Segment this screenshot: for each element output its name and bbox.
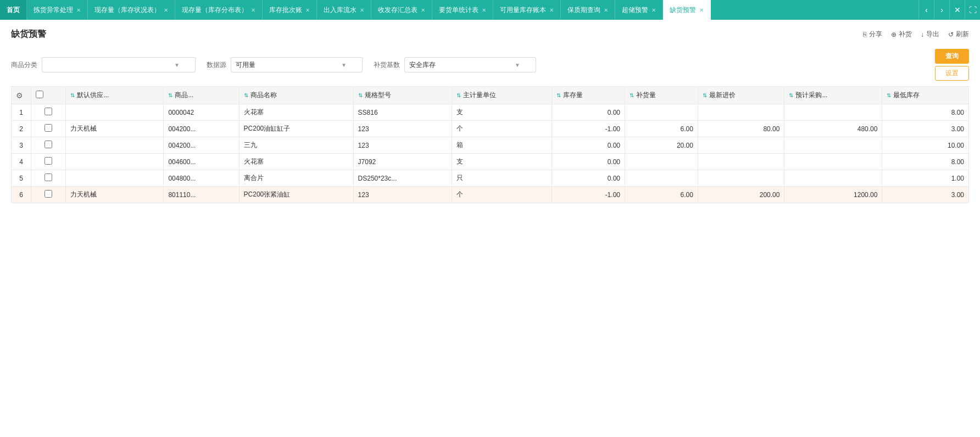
datasource-label: 数据源 <box>207 60 226 70</box>
close-icon[interactable]: ✕ <box>482 7 486 13</box>
row-est-purchase: 1200.00 <box>784 187 882 203</box>
table-header-row: ⚙ ⇅ 默认供应... ⇅ 商品... <box>12 87 969 104</box>
row-supplier <box>66 104 164 121</box>
close-icon[interactable]: ✕ <box>604 7 608 13</box>
row-spec: J7092 <box>353 154 452 170</box>
chevron-down-icon: ▼ <box>515 62 520 68</box>
row-spec: 123 <box>353 121 452 137</box>
chevron-down-icon: ▼ <box>341 62 347 68</box>
row-spec: SS816 <box>353 104 452 121</box>
th-spec: ⇅ 规格型号 <box>353 87 452 104</box>
row-unit: 箱 <box>452 137 552 154</box>
row-stock: 0.00 <box>552 170 625 187</box>
select-all-checkbox[interactable] <box>36 91 43 98</box>
close-icon[interactable]: ✕ <box>76 7 81 13</box>
tab-close-button[interactable]: ✕ <box>949 0 965 20</box>
row-checkbox[interactable] <box>44 141 52 148</box>
sort-icon: ⇅ <box>630 92 634 98</box>
row-latest-price: 80.00 <box>698 121 784 137</box>
replenish-base-filter-group: 补货基数 安全库存 ▼ <box>374 57 536 72</box>
row-min-stock: 8.00 <box>882 104 969 121</box>
datasource-select[interactable]: 可用量 ▼ <box>231 57 363 72</box>
row-goods-code: 004800... <box>164 170 239 187</box>
row-no: 4 <box>12 154 31 170</box>
row-unit: 个 <box>452 121 552 137</box>
row-checkbox[interactable] <box>44 190 52 198</box>
tab-quehuo[interactable]: 缺货预警 ✕ <box>663 0 711 20</box>
tab-prev-button[interactable]: ‹ <box>918 0 934 20</box>
category-filter-group: 商品分类 ▼ <box>11 57 196 72</box>
row-est-purchase <box>784 104 882 121</box>
close-icon[interactable]: ✕ <box>549 7 554 13</box>
share-icon: ⎘ <box>863 31 867 38</box>
close-icon[interactable]: ✕ <box>305 7 310 13</box>
category-select[interactable]: ▼ <box>42 57 196 72</box>
row-replenish <box>625 104 698 121</box>
th-min-stock: ⇅ 最低库存 <box>882 87 969 104</box>
row-unit: 只 <box>452 170 552 187</box>
row-goods-name: 离合片 <box>239 170 353 187</box>
row-supplier <box>66 154 164 170</box>
th-goods-code: ⇅ 商品... <box>164 87 239 104</box>
row-checkbox[interactable] <box>44 124 52 132</box>
close-icon[interactable]: ✕ <box>421 7 425 13</box>
row-spec: DS250*23c... <box>353 170 452 187</box>
category-label: 商品分类 <box>11 60 37 70</box>
row-no: 5 <box>12 170 31 187</box>
row-no: 3 <box>12 137 31 154</box>
export-button[interactable]: ↓ 导出 <box>921 30 939 39</box>
row-checkbox-cell <box>31 154 66 170</box>
filter-actions: 查询 设置 <box>935 49 969 81</box>
tab-shoufa[interactable]: 收发存汇总表 ✕ <box>371 0 432 20</box>
query-button[interactable]: 查询 <box>935 49 969 64</box>
settings-button[interactable]: 设置 <box>935 66 969 81</box>
sort-icon: ⇅ <box>358 92 363 98</box>
tab-xiancunliang1[interactable]: 现存量（库存状况表） ✕ <box>88 0 175 20</box>
replenish-base-select[interactable]: 安全库存 ▼ <box>404 57 536 72</box>
row-stock: -1.00 <box>552 121 625 137</box>
row-checkbox[interactable] <box>44 157 52 165</box>
close-icon[interactable]: ✕ <box>652 7 656 13</box>
refresh-icon: ↺ <box>948 31 954 38</box>
tab-churuku[interactable]: 出入库流水 ✕ <box>317 0 371 20</box>
row-no: 6 <box>12 187 31 203</box>
tab-baozhi[interactable]: 保质期查询 ✕ <box>561 0 615 20</box>
th-unit: ⇅ 主计量单位 <box>452 87 552 104</box>
row-est-purchase: 480.00 <box>784 121 882 137</box>
row-stock: 0.00 <box>552 154 625 170</box>
replenish-icon: ⊕ <box>891 31 897 38</box>
row-checkbox[interactable] <box>44 108 52 115</box>
row-goods-code: 801110... <box>164 187 239 203</box>
row-goods-code: 004200... <box>164 121 239 137</box>
tab-xiancunliang2[interactable]: 现存量（库存分布表） ✕ <box>175 0 263 20</box>
tab-keyongliang[interactable]: 可用量库存账本 ✕ <box>493 0 561 20</box>
close-icon[interactable]: ✕ <box>699 7 704 13</box>
close-icon[interactable]: ✕ <box>360 7 364 13</box>
row-supplier: 力天机械 <box>66 187 164 203</box>
row-est-purchase <box>784 154 882 170</box>
share-button[interactable]: ⎘ 分享 <box>863 30 882 39</box>
tab-chaochuyujing[interactable]: 超储预警 ✕ <box>615 0 663 20</box>
row-replenish: 6.00 <box>625 187 698 203</box>
close-icon[interactable]: ✕ <box>251 7 255 13</box>
row-stock: 0.00 <box>552 137 625 154</box>
column-settings-button[interactable]: ⚙ <box>16 91 23 100</box>
tab-nav-buttons: ‹ › ✕ ⛶ <box>918 0 980 20</box>
close-icon[interactable]: ✕ <box>164 7 168 13</box>
sort-icon: ⇅ <box>70 92 75 98</box>
row-replenish: 6.00 <box>625 121 698 137</box>
tab-next-button[interactable]: › <box>934 0 949 20</box>
row-checkbox[interactable] <box>44 173 52 181</box>
th-settings: ⚙ <box>12 87 31 104</box>
tab-fullscreen-button[interactable]: ⛶ <box>965 0 980 20</box>
tab-jianhuoyichang[interactable]: 拣货异常处理 ✕ <box>27 0 88 20</box>
replenish-button[interactable]: ⊕ 补货 <box>891 30 912 39</box>
tab-kucunpici[interactable]: 库存批次账 ✕ <box>263 0 317 20</box>
refresh-button[interactable]: ↺ 刷新 <box>948 30 969 39</box>
row-min-stock: 10.00 <box>882 137 969 154</box>
row-replenish <box>625 154 698 170</box>
header-actions: ⎘ 分享 ⊕ 补货 ↓ 导出 ↺ 刷新 <box>863 30 969 39</box>
main-content: 缺货预警 ⎘ 分享 ⊕ 补货 ↓ 导出 ↺ 刷新 商品分类 <box>0 20 980 437</box>
tab-yaohuo[interactable]: 要货单统计表 ✕ <box>432 0 493 20</box>
tab-home[interactable]: 首页 <box>0 0 27 20</box>
